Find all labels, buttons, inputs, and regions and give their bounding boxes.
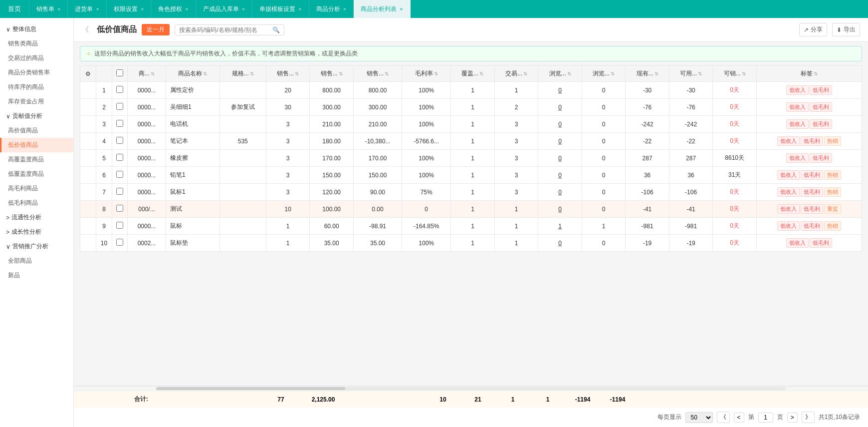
page-size-select[interactable]: 50 100 200 — [685, 412, 713, 423]
col-code[interactable]: 商...⇅ — [128, 66, 166, 82]
close-nav-0[interactable]: × — [57, 6, 60, 12]
row-browse1[interactable]: 0 — [538, 184, 582, 201]
nav-item-0[interactable]: 销售单 × — [29, 0, 68, 18]
sidebar-item-high-value[interactable]: 高价值商品 — [0, 123, 73, 138]
row-gear[interactable] — [80, 235, 96, 252]
prev-page-button[interactable]: < — [734, 413, 744, 423]
col-spec[interactable]: 规格...⇅ — [219, 66, 266, 82]
sidebar-item-stock-capital[interactable]: 库存资金占用 — [0, 94, 73, 109]
row-browse1[interactable]: 0 — [538, 150, 582, 167]
nav-item-4[interactable]: 产成品入库单 × — [196, 0, 252, 18]
row-gear[interactable] — [80, 201, 96, 218]
close-nav-5[interactable]: × — [298, 6, 301, 12]
row-check[interactable] — [112, 82, 128, 99]
row-gear[interactable] — [80, 150, 96, 167]
search-input[interactable] — [179, 26, 270, 33]
nav-item-7[interactable]: 商品分析列表 × — [354, 0, 410, 18]
col-browse2[interactable]: 浏览...⇅ — [582, 66, 626, 82]
row-check[interactable] — [112, 218, 128, 235]
row-checkbox[interactable] — [116, 222, 123, 229]
sidebar-collapse-btn[interactable]: 《 — [82, 25, 89, 34]
col-sales-qty[interactable]: 销售...⇅ — [266, 66, 310, 82]
sidebar-item-new-goods[interactable]: 新品 — [0, 268, 73, 283]
row-checkbox[interactable] — [116, 188, 123, 195]
row-checkbox[interactable] — [116, 120, 123, 127]
col-check[interactable] — [112, 66, 128, 82]
close-nav-4[interactable]: × — [242, 6, 245, 12]
sidebar-item-low-margin[interactable]: 低毛利商品 — [0, 196, 73, 210]
sidebar-item-traded-goods[interactable]: 交易过的商品 — [0, 51, 73, 65]
row-checkbox[interactable] — [116, 86, 123, 93]
share-button[interactable]: ↗ 分享 — [799, 23, 827, 36]
row-browse1[interactable]: 0 — [538, 235, 582, 252]
period-button[interactable]: 近一月 — [142, 24, 170, 35]
row-gear[interactable] — [80, 99, 96, 116]
sidebar-item-low-coverage[interactable]: 低覆盖度商品 — [0, 167, 73, 181]
close-nav-6[interactable]: × — [343, 6, 346, 12]
col-sales-price[interactable]: 销售...⇅ — [310, 66, 354, 82]
col-sellable[interactable]: 可销...⇅ — [713, 66, 757, 82]
close-nav-1[interactable]: × — [96, 6, 99, 12]
row-check[interactable] — [112, 150, 128, 167]
row-browse1[interactable]: 0 — [538, 201, 582, 218]
row-browse1[interactable]: 0 — [538, 133, 582, 150]
row-check[interactable] — [112, 167, 128, 184]
sidebar-item-low-value[interactable]: 低价值商品 — [0, 138, 73, 152]
sidebar-item-category-sales[interactable]: 商品分类销售率 — [0, 65, 73, 80]
nav-item-2[interactable]: 权限设置 × — [107, 0, 151, 18]
nav-item-5[interactable]: 单据模板设置 × — [252, 0, 309, 18]
row-browse1[interactable]: 0 — [538, 82, 582, 99]
row-browse1[interactable]: 0 — [538, 99, 582, 116]
sidebar-item-all-goods[interactable]: 全部商品 — [0, 254, 73, 268]
row-check[interactable] — [112, 184, 128, 201]
col-coverage[interactable]: 覆盖...⇅ — [451, 66, 495, 82]
row-browse1[interactable]: 0 — [538, 116, 582, 133]
col-gross-rate[interactable]: 毛利率⇅ — [402, 66, 451, 82]
last-page-button[interactable]: 》 — [802, 412, 815, 423]
close-nav-3[interactable]: × — [185, 6, 188, 12]
row-gear[interactable] — [80, 133, 96, 150]
sidebar-item-high-coverage[interactable]: 高覆盖度商品 — [0, 152, 73, 167]
sidebar-item-pending-goods[interactable]: 待库序的商品 — [0, 80, 73, 94]
row-browse1[interactable]: 1 — [538, 218, 582, 235]
nav-item-6[interactable]: 商品分析 × — [309, 0, 354, 18]
col-stock[interactable]: 现有...⇅ — [626, 66, 669, 82]
row-gear[interactable] — [80, 116, 96, 133]
row-gear[interactable] — [80, 167, 96, 184]
col-name[interactable]: 商品名称⇅ — [166, 66, 220, 82]
close-nav-7[interactable]: × — [400, 6, 403, 12]
row-checkbox[interactable] — [116, 137, 123, 144]
col-available[interactable]: 可用...⇅ — [669, 66, 713, 82]
row-browse1[interactable]: 0 — [538, 167, 582, 184]
row-checkbox[interactable] — [116, 103, 123, 110]
col-trade[interactable]: 交易...⇅ — [494, 66, 538, 82]
row-checkbox[interactable] — [116, 239, 123, 246]
col-browse1[interactable]: 浏览...⇅ — [538, 66, 582, 82]
row-check[interactable] — [112, 116, 128, 133]
row-gear[interactable] — [80, 184, 96, 201]
row-check[interactable] — [112, 235, 128, 252]
row-checkbox[interactable] — [116, 205, 123, 212]
sidebar-item-high-margin[interactable]: 高毛利商品 — [0, 181, 73, 196]
row-gear[interactable] — [80, 218, 96, 235]
sidebar-section-marketing[interactable]: ∨ 营销推广分析 — [0, 239, 73, 254]
nav-item-1[interactable]: 进货单 × — [68, 0, 106, 18]
first-page-button[interactable]: 《 — [717, 412, 730, 423]
scrollbar-area[interactable] — [74, 387, 868, 391]
row-check[interactable] — [112, 133, 128, 150]
sidebar-item-sales-goods[interactable]: 销售类商品 — [0, 36, 73, 51]
row-check[interactable] — [112, 201, 128, 218]
search-icon[interactable]: 🔍 — [272, 26, 280, 33]
page-input[interactable] — [758, 413, 773, 423]
col-gear[interactable]: ⚙ — [80, 66, 96, 82]
sidebar-section-contribution[interactable]: ∨ 贡献值分析 — [0, 109, 73, 123]
row-gear[interactable] — [80, 82, 96, 99]
next-page-button[interactable]: > — [787, 413, 798, 423]
col-sales-total[interactable]: 销售...⇅ — [353, 66, 402, 82]
select-all-checkbox[interactable] — [116, 69, 123, 76]
export-button[interactable]: ⬇ 导出 — [832, 23, 860, 36]
nav-item-3[interactable]: 角色授权 × — [151, 0, 196, 18]
sidebar-section-overall[interactable]: ∨ 整体信息 — [0, 22, 73, 36]
row-checkbox[interactable] — [116, 171, 123, 178]
row-checkbox[interactable] — [116, 154, 123, 161]
